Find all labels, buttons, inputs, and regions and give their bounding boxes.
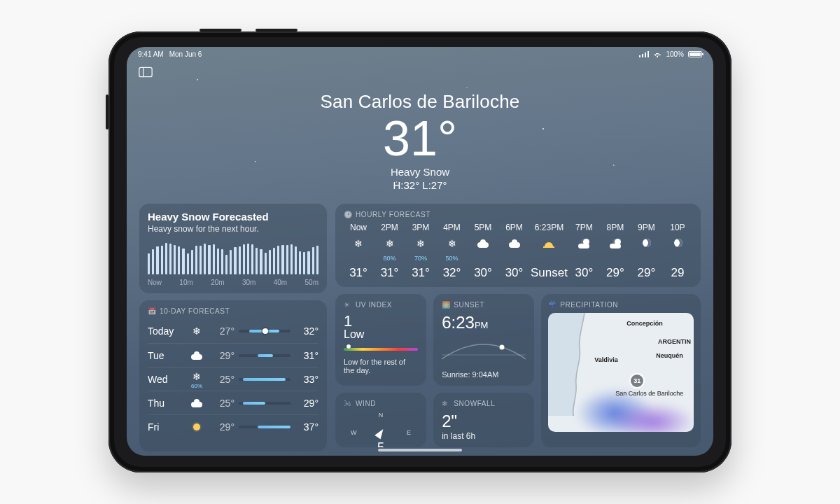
nowcast-bar xyxy=(217,248,219,274)
nowcast-bar xyxy=(156,246,158,274)
nowcast-bar xyxy=(174,245,176,274)
day-weather-icon: 60% xyxy=(187,370,206,389)
nowcast-bar xyxy=(290,244,293,274)
snowfall-amount: 2" xyxy=(442,412,526,431)
snowfall-period: in last 6h xyxy=(442,431,526,441)
sunset-time: 6:23 xyxy=(442,313,475,332)
current-condition: Heavy Snow xyxy=(127,166,713,178)
weather-icon xyxy=(577,237,591,251)
hourly-forecast-card[interactable]: 🕑HOURLY FORECAST Now 31°2PM 80% 31°3PM 7… xyxy=(335,204,701,287)
nowcast-minute-label: 40m xyxy=(274,279,287,286)
current-temp: 31° xyxy=(127,114,713,163)
nowcast-bars xyxy=(148,244,318,274)
hourly-column[interactable]: 7PM 30° xyxy=(569,223,598,280)
nowcast-bar xyxy=(286,245,288,274)
weather-icon xyxy=(507,237,522,251)
nowcast-bar xyxy=(307,251,309,274)
wind-card[interactable]: 🌬WIND N W E 5 xyxy=(335,393,426,447)
hourly-column[interactable]: 4PM 50% 32° xyxy=(438,223,467,280)
nowcast-minute-label: 50m xyxy=(305,279,318,286)
uv-scale-bar xyxy=(344,348,418,351)
hour-temp: 31° xyxy=(412,266,430,280)
precip-chance: 50% xyxy=(445,255,458,262)
map-label-bariloche: San Carlos de Bariloche xyxy=(615,390,683,397)
nowcast-bar xyxy=(239,246,241,274)
nowcast-bar xyxy=(213,244,215,274)
home-indicator[interactable] xyxy=(378,449,462,451)
cellular-icon xyxy=(639,51,649,57)
nowcast-minute-label: 10m xyxy=(179,279,192,286)
compass-e: E xyxy=(407,429,411,436)
uv-index-card[interactable]: ☀UV INDEX 1 Low Low for the rest of the … xyxy=(335,294,426,386)
nowcast-bar xyxy=(255,248,258,274)
hourly-column[interactable]: 9PM 29° xyxy=(631,223,661,280)
hour-label: 9PM xyxy=(638,223,655,232)
nowcast-bar xyxy=(200,246,202,274)
temp-range-bar xyxy=(239,402,290,405)
wind-title: WIND xyxy=(356,400,376,407)
hourly-column[interactable]: 2PM 80% 31° xyxy=(375,223,405,280)
snowfall-card[interactable]: ❄SNOWFALL 2" in last 6h xyxy=(433,393,534,447)
day-weather-icon xyxy=(187,420,206,434)
map-label-concepcion: Concepción xyxy=(626,320,663,327)
nowcast-bar xyxy=(195,246,197,274)
precipitation-card[interactable]: ☔PRECIPITATION Concepción ARGENTIN Neuqu… xyxy=(541,294,701,447)
ten-day-row[interactable]: Thu 25° 29° xyxy=(148,391,318,414)
day-label: Wed xyxy=(148,374,183,385)
ten-day-row[interactable]: Today 27° 32° xyxy=(148,319,318,343)
sun-path-icon xyxy=(442,338,526,363)
hourly-column[interactable]: 10P 29 xyxy=(663,223,692,280)
wind-speed: 5 xyxy=(377,440,384,447)
day-low: 25° xyxy=(211,374,234,385)
nowcast-bar xyxy=(265,253,267,274)
nowcast-bar xyxy=(161,246,163,274)
temp-range-bar xyxy=(239,354,290,357)
nowcast-minute-label: Now xyxy=(148,279,162,286)
nowcast-bar xyxy=(165,243,167,274)
nowcast-bar xyxy=(247,244,249,274)
day-high: 29° xyxy=(295,398,318,409)
location-name: San Carlos de Bariloche xyxy=(127,91,713,113)
hourly-column[interactable]: 6:23PM Sunset xyxy=(531,223,568,280)
hour-temp: 31° xyxy=(349,266,368,280)
hourly-column[interactable]: 8PM 29° xyxy=(601,223,630,280)
hour-temp: 30° xyxy=(575,266,594,280)
day-weather-icon xyxy=(187,324,206,338)
ten-day-row[interactable]: Wed 60% 25° 33° xyxy=(148,367,318,391)
ipad-device: 9:41 AM Mon Jun 6 100% San Carlos de Bar… xyxy=(108,31,732,472)
hour-label: 3PM xyxy=(412,223,430,232)
hourly-column[interactable]: Now 31° xyxy=(344,223,373,280)
hourly-column[interactable]: 6PM 30° xyxy=(500,223,529,280)
sunset-title: SUNSET xyxy=(454,301,484,309)
toolbar xyxy=(127,62,713,83)
nowcast-bar xyxy=(230,250,232,274)
temp-range-bar xyxy=(239,378,290,381)
hour-label: 5PM xyxy=(475,223,492,232)
hour-temp: 30° xyxy=(505,266,524,280)
hourly-column[interactable]: 5PM 30° xyxy=(468,223,498,280)
ten-day-row[interactable]: Fri 29° 37° xyxy=(148,414,318,438)
ten-day-row[interactable]: Tue 29° 31° xyxy=(148,343,318,367)
nowcast-bar xyxy=(260,249,262,274)
hourly-column[interactable]: 3PM 70% 31° xyxy=(406,223,435,280)
weather-icon xyxy=(639,237,653,251)
svg-point-3 xyxy=(500,345,505,350)
nowcast-bar xyxy=(182,248,184,274)
status-date: Mon Jun 6 xyxy=(169,50,202,58)
nowcast-bar xyxy=(208,245,210,274)
precip-chance: 70% xyxy=(414,255,427,262)
nowcast-card[interactable]: Heavy Snow Forecasted Heavy snow for the… xyxy=(139,204,327,293)
nowcast-bar xyxy=(303,252,305,274)
nowcast-subtitle: Heavy snow for the next hour. xyxy=(148,224,318,234)
weather-icon xyxy=(608,237,622,251)
precipitation-map[interactable]: Concepción ARGENTIN Neuquén Valdivia 31 … xyxy=(548,313,694,432)
sidebar-icon xyxy=(139,66,153,78)
day-label: Today xyxy=(148,326,183,337)
nowcast-bar xyxy=(221,249,223,274)
compass-n: N xyxy=(379,412,384,419)
ten-day-forecast-card[interactable]: 📅10-DAY FORECAST Today 27° 32°Tue 29° 31… xyxy=(139,300,327,451)
sidebar-toggle-button[interactable] xyxy=(136,64,155,80)
sunset-card[interactable]: 🌅SUNSET 6:23PM Sunrise: 9:04AM xyxy=(433,294,534,386)
calendar-icon: 📅 xyxy=(148,307,155,315)
status-bar: 9:41 AM Mon Jun 6 100% xyxy=(127,47,713,62)
